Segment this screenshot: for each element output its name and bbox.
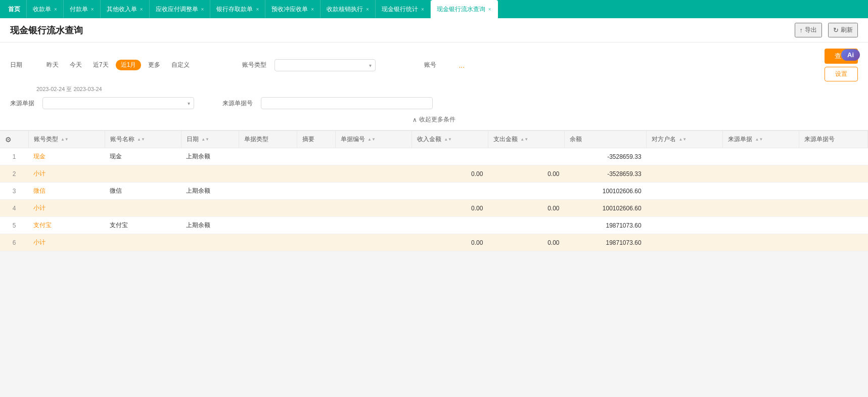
- nav-tab-advance-offset[interactable]: 预收冲应收单 ×: [265, 0, 321, 18]
- table-cell: [239, 165, 297, 183]
- table-cell: [799, 234, 868, 251]
- source-doc-label: 来源单据: [10, 99, 34, 108]
- table-cell: 6: [0, 234, 28, 251]
- table-row[interactable]: 2小计0.000.00-3528659.33: [0, 165, 868, 183]
- table-cell: [647, 165, 723, 183]
- nav-tab-other-income[interactable]: 其他收入单 ×: [101, 0, 150, 18]
- table-row[interactable]: 4小计0.000.00100102606.60: [0, 200, 868, 217]
- close-icon[interactable]: ×: [488, 7, 491, 12]
- date-btn-today[interactable]: 今天: [66, 60, 86, 70]
- account-type-select[interactable]: [275, 59, 376, 71]
- nav-tab-receipt[interactable]: 收款单 ×: [27, 0, 64, 18]
- table-row[interactable]: 3微信微信上期余额100102606.60: [0, 183, 868, 200]
- table-cell: [723, 217, 799, 234]
- col-source-doc-no-label: 来源单据号: [804, 136, 835, 143]
- sort-arrows-source-doc[interactable]: ▲▼: [755, 138, 763, 142]
- date-btn-custom[interactable]: 自定义: [167, 60, 194, 70]
- nav-tab-ar-ap-label: 应收应付调整单: [156, 5, 198, 14]
- nav-tab-payment[interactable]: 付款单 ×: [64, 0, 101, 18]
- ai-badge[interactable]: Ai: [841, 49, 860, 61]
- date-btn-yesterday[interactable]: 昨天: [42, 60, 63, 70]
- table-row[interactable]: 6小计0.000.0019871073.60: [0, 234, 868, 251]
- nav-tab-bank-deposit[interactable]: 银行存取款单 ×: [210, 0, 265, 18]
- table-cell: 小计: [28, 165, 105, 183]
- nav-tab-cash-flow[interactable]: 现金银行流水查询 ×: [431, 0, 498, 18]
- table-cell: [723, 148, 799, 165]
- col-account-name-label: 账号名称: [110, 136, 134, 143]
- table-cell: [647, 183, 723, 200]
- table-cell: 19871073.60: [564, 217, 646, 234]
- source-doc-select[interactable]: [42, 97, 194, 109]
- nav-tab-home[interactable]: 首页: [2, 0, 27, 18]
- data-table: ⚙ 账号类型 ▲▼ 账号名称 ▲▼ 日期 ▲▼ 单据类型 摘: [0, 130, 868, 251]
- sort-arrows-doc-no[interactable]: ▲▼: [368, 138, 376, 142]
- table-cell: [647, 200, 723, 217]
- nav-tab-payment-label: 付款单: [70, 5, 88, 14]
- date-btn-1month[interactable]: 近1月: [116, 60, 142, 70]
- sort-arrows-account-name[interactable]: ▲▼: [137, 138, 145, 142]
- collapse-button[interactable]: ∧ 收起更多条件: [413, 115, 455, 124]
- table-cell: 上期余额: [181, 148, 239, 165]
- table-cell: [723, 183, 799, 200]
- table-cell: [239, 217, 297, 234]
- table-cell: [239, 183, 297, 200]
- export-button[interactable]: ↑ 导出: [795, 23, 823, 37]
- nav-tab-other-income-label: 其他收入单: [107, 5, 137, 14]
- close-icon[interactable]: ×: [311, 7, 314, 12]
- table-cell: [723, 234, 799, 251]
- nav-tab-ar-ap-adjust[interactable]: 应收应付调整单 ×: [150, 0, 211, 18]
- nav-tab-cash-stats[interactable]: 现金银行统计 ×: [376, 0, 431, 18]
- nav-tab-receipt-verify[interactable]: 收款核销执行 ×: [321, 0, 376, 18]
- table-cell: 100102606.60: [564, 200, 646, 217]
- date-btn-7days[interactable]: 近7天: [89, 60, 113, 70]
- close-icon[interactable]: ×: [201, 7, 204, 12]
- account-label: 账号: [424, 61, 448, 69]
- table-area: ⚙ 账号类型 ▲▼ 账号名称 ▲▼ 日期 ▲▼ 单据类型 摘: [0, 130, 868, 251]
- table-cell: 1: [0, 148, 28, 165]
- sort-arrows-income[interactable]: ▲▼: [444, 138, 452, 142]
- close-icon[interactable]: ×: [256, 7, 259, 12]
- table-row[interactable]: 5支付宝支付宝上期余额19871073.60: [0, 217, 868, 234]
- table-cell: 0.00: [412, 200, 488, 217]
- table-cell: 上期余额: [181, 217, 239, 234]
- filter-area: 日期 昨天 今天 近7天 近1月 更多 自定义 账号类型 账号 ... 查询 设…: [0, 42, 868, 130]
- sort-arrows-date[interactable]: ▲▼: [201, 138, 209, 142]
- nav-tab-cash-stats-label: 现金银行统计: [382, 5, 418, 14]
- table-cell: [105, 165, 181, 183]
- account-dots-button[interactable]: ...: [456, 61, 467, 69]
- close-icon[interactable]: ×: [366, 7, 369, 12]
- table-cell: [335, 234, 412, 251]
- sort-arrows-expense[interactable]: ▲▼: [520, 138, 528, 142]
- table-header: ⚙ 账号类型 ▲▼ 账号名称 ▲▼ 日期 ▲▼ 单据类型 摘: [0, 131, 868, 148]
- table-cell: [799, 165, 868, 183]
- nav-tab-receipt-verify-label: 收款核销执行: [327, 5, 363, 14]
- table-cell: [239, 148, 297, 165]
- table-cell: 5: [0, 217, 28, 234]
- table-cell: 0.00: [488, 234, 564, 251]
- table-cell: 现金: [28, 148, 105, 165]
- collapse-label: 收起更多条件: [419, 115, 455, 124]
- sort-arrows-counterpart[interactable]: ▲▼: [678, 138, 687, 142]
- close-icon[interactable]: ×: [140, 7, 143, 12]
- source-doc-num-input[interactable]: [261, 97, 433, 109]
- close-icon[interactable]: ×: [54, 7, 57, 12]
- close-icon[interactable]: ×: [91, 7, 94, 12]
- table-cell: [799, 217, 868, 234]
- table-cell: 19871073.60: [564, 234, 646, 251]
- settings-button[interactable]: 设置: [825, 67, 858, 81]
- sort-arrows-account-type[interactable]: ▲▼: [61, 138, 69, 142]
- col-summary: 摘要: [297, 131, 335, 148]
- table-row[interactable]: 1现金现金上期余额-3528659.33: [0, 148, 868, 165]
- table-cell: [297, 234, 335, 251]
- close-icon[interactable]: ×: [421, 7, 424, 12]
- table-cell: [297, 200, 335, 217]
- table-cell: [239, 200, 297, 217]
- date-btn-more[interactable]: 更多: [144, 60, 164, 70]
- source-doc-select-wrapper: [42, 97, 194, 109]
- date-options: 昨天 今天 近7天 近1月 更多 自定义: [42, 60, 194, 70]
- nav-tab-bank-deposit-label: 银行存取款单: [216, 5, 253, 14]
- col-expense: 支出金额 ▲▼: [488, 131, 564, 148]
- refresh-button[interactable]: ↻ 刷新: [828, 23, 858, 37]
- table-cell: [647, 148, 723, 165]
- gear-icon[interactable]: ⚙: [5, 136, 12, 144]
